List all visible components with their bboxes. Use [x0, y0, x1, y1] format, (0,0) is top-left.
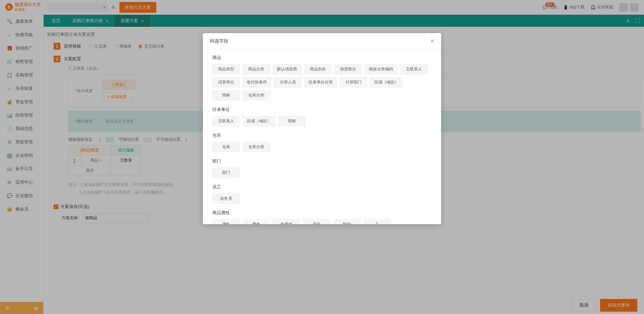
modal-overlay[interactable] — [0, 0, 644, 15]
